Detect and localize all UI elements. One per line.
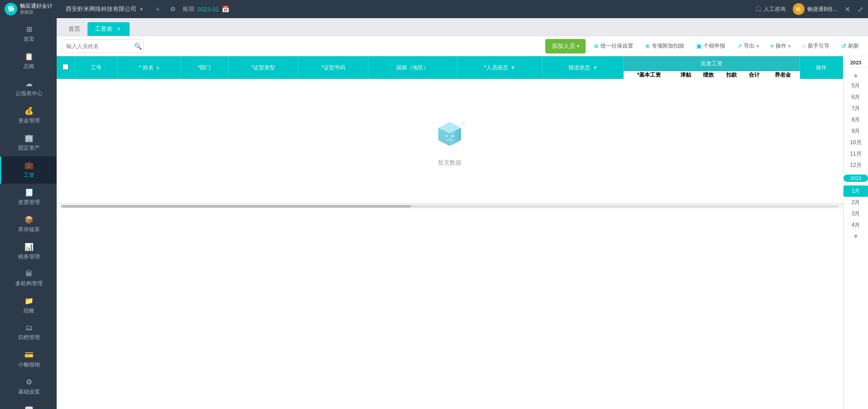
tab-salary-label: 工资表 xyxy=(95,25,112,33)
search-box[interactable]: 🔍 xyxy=(62,39,144,53)
sidebar-label-settings: 基础设置 xyxy=(18,388,40,396)
svg-point-7 xyxy=(464,125,465,126)
timeline-up-button[interactable]: ▲ xyxy=(844,69,868,80)
search-input[interactable] xyxy=(66,43,134,49)
sidebar-item-ledger[interactable]: 📋 总账 xyxy=(0,48,57,75)
operate-label: 操作 xyxy=(776,42,786,50)
sidebar: ⊞ 首页 📋 总账 ☁ 云报表中心 💰 资金管理 🏢 固定资产 💼 工资 🧾 发… xyxy=(0,18,57,409)
expense-icon: 💳 xyxy=(24,351,34,359)
company-name: 西安虾米网络科技有限公司 xyxy=(66,5,136,13)
th-country: 国籍（地区） xyxy=(369,56,457,79)
name-sort-icon[interactable]: ⇅ xyxy=(156,65,160,70)
timeline-month-10[interactable]: 10月 xyxy=(844,137,868,148)
timeline-month-6[interactable]: 6月 xyxy=(844,92,868,103)
period-label: 账期 xyxy=(183,5,194,13)
th-checkbox[interactable] xyxy=(57,56,75,79)
timeline-month-9[interactable]: 9月 xyxy=(844,126,868,137)
tab-close-button[interactable]: × xyxy=(115,25,122,33)
settings-icon[interactable]: ⚙ xyxy=(168,4,178,14)
newuser-guide-button[interactable]: ○ 新手引导 xyxy=(799,40,833,52)
deduct-settings-button[interactable]: ⊕ 专项附加扣除 xyxy=(641,40,688,52)
operate-button[interactable]: ≡ 操作 ▾ xyxy=(767,40,795,52)
th-report-status: 报送状态 ▼ xyxy=(543,56,624,79)
th-salary-group: 应发工资 xyxy=(624,56,800,71)
sidebar-item-guide[interactable]: 📖 新手引导 xyxy=(0,400,57,409)
svg-point-8 xyxy=(465,122,466,122)
sidebar-label-multi: 多机构管理 xyxy=(15,280,43,287)
th-cert-no: *证型号码 xyxy=(298,56,369,79)
empty-state-row: 暂无数据 xyxy=(57,79,843,203)
svg-point-6 xyxy=(461,122,463,124)
sidebar-item-cloud[interactable]: ☁ 云报表中心 xyxy=(0,75,57,102)
horizontal-scrollbar[interactable] xyxy=(57,203,843,209)
add-person-button[interactable]: 添加人员 ▾ xyxy=(545,39,586,54)
person-status-filter-icon[interactable]: ▼ xyxy=(510,65,515,70)
empty-text: 暂无数据 xyxy=(438,159,461,167)
timeline-down-button[interactable]: ▼ xyxy=(844,231,868,242)
support-button[interactable]: 🎧 人工咨询 xyxy=(755,5,786,13)
timeline-month-3[interactable]: 3月 xyxy=(844,208,868,219)
th-action: 操作 xyxy=(800,56,843,79)
sidebar-item-assets[interactable]: 🏢 固定资产 xyxy=(0,129,57,156)
timeline-month-5[interactable]: 5月 xyxy=(844,80,868,92)
tab-home[interactable]: 首页 xyxy=(61,22,87,36)
select-all-checkbox[interactable] xyxy=(63,64,68,70)
refresh-button[interactable]: ↺ 刷新 xyxy=(838,40,863,52)
timeline-month-11[interactable]: 11月 xyxy=(844,148,868,160)
toolbar: 🔍 添加人员 ▾ ⊕ 统一社保设置 ⊕ 专项附加扣除 ▣ 个税申报 ↗ xyxy=(57,36,868,56)
header-actions: + ⚙ xyxy=(148,4,183,14)
empty-icon xyxy=(432,115,468,151)
top-header: 畅 畅应通好会计 旗舰版 西安虾米网络科技有限公司 ▼ + ⚙ 账期 2023-… xyxy=(0,0,868,18)
scroll-thumb[interactable] xyxy=(61,205,411,208)
export-arrow: ▾ xyxy=(756,44,759,49)
timeline-month-8[interactable]: 8月 xyxy=(844,114,868,126)
export-button[interactable]: ↗ 导出 ▾ xyxy=(733,40,762,52)
search-icon: 🔍 xyxy=(134,43,142,50)
user-name: 畅捷通B组... xyxy=(807,5,837,13)
tab-salary[interactable]: 工资表 × xyxy=(87,22,130,36)
sidebar-item-salary[interactable]: 💼 工资 xyxy=(0,156,57,184)
calendar-icon[interactable]: 📅 xyxy=(222,5,229,13)
avatar: 畅 xyxy=(793,3,805,15)
period-value[interactable]: 2023-01 xyxy=(197,6,219,13)
timeline-month-1[interactable]: 1月 xyxy=(844,185,868,197)
sidebar-item-archive[interactable]: 🗂 归档管理 xyxy=(0,319,57,346)
tax-report-button[interactable]: ▣ 个税申报 xyxy=(693,40,729,52)
sidebar-label-salary: 工资 xyxy=(24,171,34,179)
user-info[interactable]: 畅 畅捷通B组... xyxy=(793,3,837,15)
logo-text: 畅应通好会计 xyxy=(20,3,53,9)
company-selector[interactable]: 西安虾米网络科技有限公司 ▼ xyxy=(61,5,148,13)
sidebar-item-invoice[interactable]: 🧾 发票管理 xyxy=(0,184,57,211)
th-base-salary: *基本工资 xyxy=(624,71,674,79)
sidebar-item-settings[interactable]: ⚙ 基础设置 xyxy=(0,373,57,400)
add-company-button[interactable]: + xyxy=(153,4,163,14)
refresh-label: 刷新 xyxy=(848,42,859,50)
social-label: 统一社保设置 xyxy=(601,42,633,50)
report-status-filter-icon[interactable]: ▼ xyxy=(593,65,598,70)
deduct-icon: ⊕ xyxy=(645,43,650,49)
sidebar-item-multi[interactable]: 🏛 多机构管理 xyxy=(0,265,57,292)
sidebar-item-tax[interactable]: 📊 税务管理 xyxy=(0,238,57,265)
th-pension: 养老金 xyxy=(766,71,800,79)
deduct-label: 专项附加扣除 xyxy=(652,42,684,50)
timeline-month-7[interactable]: 7月 xyxy=(844,103,868,114)
th-allowance: 津贴 xyxy=(674,71,697,79)
th-dept: *部门 xyxy=(181,56,228,79)
sidebar-label-home: 首页 xyxy=(24,35,34,43)
close-window-button[interactable]: ✕ xyxy=(844,5,850,14)
sidebar-item-inventory[interactable]: 📦 库存核算 xyxy=(0,211,57,238)
th-number: 工号 xyxy=(75,56,118,79)
timeline-month-12[interactable]: 12月 xyxy=(844,160,868,171)
timeline-month-2[interactable]: 2月 xyxy=(844,197,868,208)
assets-icon: 🏢 xyxy=(24,134,34,142)
sidebar-item-finance[interactable]: 💰 资金管理 xyxy=(0,102,57,129)
maximize-window-button[interactable]: ⤢ xyxy=(858,5,863,14)
sidebar-item-home[interactable]: ⊞ 首页 xyxy=(0,20,57,48)
sidebar-item-close[interactable]: 📁 结账 xyxy=(0,292,57,319)
social-settings-button[interactable]: ⊕ 统一社保设置 xyxy=(590,40,637,52)
timeline-month-4[interactable]: 4月 xyxy=(844,219,868,231)
sidebar-item-expense[interactable]: 💳 小畅报销 xyxy=(0,346,57,373)
add-dropdown-arrow: ▾ xyxy=(577,44,579,49)
tax-report-icon: ▣ xyxy=(696,43,702,49)
main-layout: ⊞ 首页 📋 总账 ☁ 云报表中心 💰 资金管理 🏢 固定资产 💼 工资 🧾 发… xyxy=(0,18,868,409)
